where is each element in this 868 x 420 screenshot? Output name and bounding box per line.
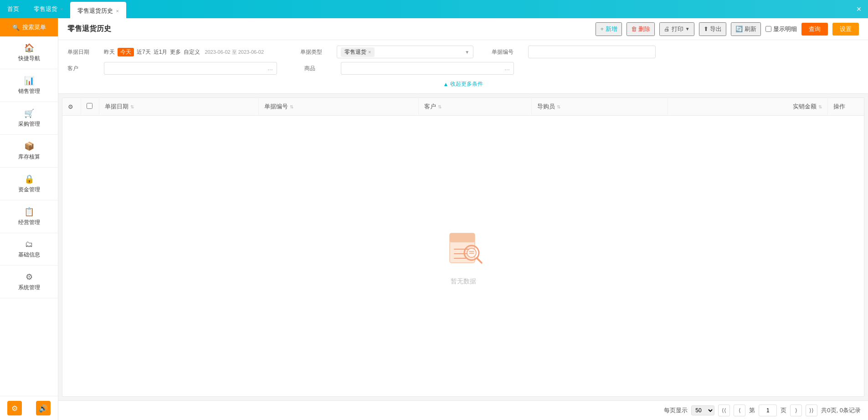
th-doc-number: 单据编号 ⇅ xyxy=(259,98,419,116)
empty-text: 暂无数据 xyxy=(451,277,476,286)
collapse-button[interactable]: ▲ 收起更多条件 xyxy=(438,78,489,90)
date-opt-custom[interactable]: 自定义 xyxy=(184,48,200,56)
date-opt-today[interactable]: 今天 xyxy=(118,48,134,56)
print-dropdown-icon[interactable]: ▼ xyxy=(685,26,690,31)
filter-area: 单据日期 昨天 今天 近7天 近1月 更多 自定义 2023-06-02 至 2… xyxy=(58,40,868,94)
show-detail-label: 显示明细 xyxy=(773,25,797,33)
sidebar-item-quick-nav[interactable]: 🏠 快捷导航 xyxy=(0,36,58,69)
page-last-button[interactable]: ⟩⟩ xyxy=(806,405,817,416)
sidebar-item-sales-mgmt[interactable]: 📊 销售管理 xyxy=(0,69,58,102)
svg-point-6 xyxy=(467,248,476,257)
sort-icon-doc-date: ⇅ xyxy=(130,104,134,109)
empty-state: 暂无数据 xyxy=(62,116,864,396)
tab-home[interactable]: 首页 xyxy=(0,0,26,18)
data-table: ⚙ 单据日期 ⇅ 单据编号 xyxy=(62,98,864,116)
sidebar-search[interactable]: 🔍 搜索菜单 xyxy=(0,18,58,36)
th-amount-sort[interactable]: 实销金额 ⇅ xyxy=(673,102,822,111)
th-doc-date-sort[interactable]: 单据日期 ⇅ xyxy=(105,102,253,111)
page-number-input[interactable] xyxy=(759,405,777,416)
doc-number-input-wrap xyxy=(528,46,656,58)
date-opt-more[interactable]: 更多 xyxy=(170,48,181,56)
show-detail-wrap: 显示明细 xyxy=(765,25,797,33)
sidebar-item-operation-mgmt[interactable]: 📋 经营管理 xyxy=(0,200,58,233)
sidebar-settings-button[interactable]: ⚙ xyxy=(7,401,22,415)
table-select-all-checkbox[interactable] xyxy=(87,103,92,109)
page-size-select[interactable]: 10 20 50 100 xyxy=(691,405,714,415)
th-guide-sort[interactable]: 导购员 ⇅ xyxy=(537,102,662,111)
svg-rect-1 xyxy=(450,233,475,242)
refresh-button-label: 🔄 刷新 xyxy=(735,25,756,33)
sidebar-item-system-mgmt[interactable]: ⚙ 系统管理 xyxy=(0,266,58,298)
delete-button[interactable]: 🗑 删除 xyxy=(627,22,655,36)
goods-filter-label: 商品 xyxy=(304,65,332,72)
doc-type-select[interactable]: 零售退货 × ▼ xyxy=(337,46,473,58)
date-opt-yesterday[interactable]: 昨天 xyxy=(104,48,115,56)
new-button[interactable]: + 新增 xyxy=(596,22,621,36)
table-head: ⚙ 单据日期 ⇅ 单据编号 xyxy=(62,98,864,116)
goods-input[interactable] xyxy=(345,65,504,72)
th-checkbox xyxy=(81,98,99,116)
content-area: 零售退货历史 + 新增 🗑 删除 🖨 打印 ▼ ⬆ 导出 🔄 刷新 xyxy=(58,18,868,420)
sidebar-item-finance-mgmt[interactable]: 🔒 资金管理 xyxy=(0,168,58,200)
sort-icon-doc-number: ⇅ xyxy=(290,104,293,109)
show-detail-checkbox[interactable] xyxy=(765,26,771,32)
customer-filter-label: 客户 xyxy=(67,65,95,72)
filter-row-2: 客户 … 商品 … xyxy=(67,62,859,75)
page-title: 零售退货历史 xyxy=(67,24,111,34)
svg-line-7 xyxy=(477,258,482,263)
pagination-bar: 每页显示 10 20 50 100 ⟨⟨ ⟨ 第 页 ⟩ ⟩⟩ 共0页, 0条记… xyxy=(58,400,868,420)
table-wrap: ⚙ 单据日期 ⇅ 单据编号 xyxy=(62,97,864,397)
empty-svg xyxy=(441,226,486,272)
sidebar-item-basic-info[interactable]: 🗂 基础信息 xyxy=(0,233,58,266)
sidebar-item-basic-info-label: 基础信息 xyxy=(18,251,40,259)
tab-retail-return-label: 零售退货 xyxy=(34,5,57,13)
sidebar-item-finance-mgmt-label: 资金管理 xyxy=(18,186,40,194)
query-button[interactable]: 查询 xyxy=(801,23,828,36)
search-icon: 🔍 xyxy=(12,24,20,31)
date-options: 昨天 今天 近7天 近1月 更多 自定义 2023-06-02 至 2023-0… xyxy=(104,48,264,56)
page-header: 零售退货历史 + 新增 🗑 删除 🖨 打印 ▼ ⬆ 导出 🔄 刷新 xyxy=(58,18,868,40)
sidebar-item-purchase-mgmt[interactable]: 🛒 采购管理 xyxy=(0,102,58,135)
total-info: 共0页, 0条记录 xyxy=(821,406,861,415)
sidebar-item-operation-mgmt-label: 经营管理 xyxy=(18,219,40,226)
main-layout: 🔍 搜索菜单 🏠 快捷导航 📊 销售管理 🛒 采购管理 📦 库存核算 🔒 xyxy=(0,18,868,420)
tab-retail-return-history[interactable]: 零售退货历史 × xyxy=(70,2,126,20)
customer-input-wrap: … xyxy=(104,62,277,75)
customer-input[interactable] xyxy=(108,65,267,72)
goods-ellipsis-icon[interactable]: … xyxy=(504,65,510,72)
system-icon: ⚙ xyxy=(26,272,33,282)
tab-retail-return-close[interactable]: × xyxy=(60,6,63,12)
doc-type-tag-close[interactable]: × xyxy=(368,49,371,55)
tab-retail-return-history-label: 零售退货历史 xyxy=(77,7,113,15)
sidebar-item-inventory[interactable]: 📦 库存核算 xyxy=(0,135,58,168)
page-size-label: 每页显示 xyxy=(664,406,688,415)
tab-retail-return[interactable]: 零售退货 × xyxy=(26,0,70,18)
th-doc-date-label: 单据日期 xyxy=(105,102,128,111)
page-next-button[interactable]: ⟩ xyxy=(790,405,802,416)
settings-button[interactable]: 设置 xyxy=(832,23,859,36)
date-opt-last7[interactable]: 近7天 xyxy=(137,48,151,56)
page-first-button[interactable]: ⟨⟨ xyxy=(718,405,730,416)
new-button-label: + 新增 xyxy=(600,25,617,33)
window-close-button[interactable]: × xyxy=(850,0,868,18)
empty-illustration xyxy=(441,226,486,272)
page-prev-button[interactable]: ⟨ xyxy=(734,405,745,416)
sidebar-nav: 🏠 快捷导航 📊 销售管理 🛒 采购管理 📦 库存核算 🔒 资金管理 📋 xyxy=(0,36,58,396)
th-customer-sort[interactable]: 客户 ⇅ xyxy=(424,102,526,111)
sidebar-audio-button[interactable]: 🔊 xyxy=(36,401,51,415)
table-settings-icon[interactable]: ⚙ xyxy=(68,103,73,110)
date-opt-last1m[interactable]: 近1月 xyxy=(154,48,168,56)
date-filter-label: 单据日期 xyxy=(67,48,95,56)
tab-retail-return-history-close[interactable]: × xyxy=(116,8,118,14)
sidebar-item-system-mgmt-label: 系统管理 xyxy=(18,284,40,292)
sidebar-item-purchase-mgmt-label: 采购管理 xyxy=(18,120,40,128)
customer-ellipsis-icon[interactable]: … xyxy=(267,65,273,72)
print-button[interactable]: 🖨 打印 ▼ xyxy=(659,22,694,36)
refresh-button[interactable]: 🔄 刷新 xyxy=(731,22,761,36)
top-bar: 首页 零售退货 × 零售退货历史 × × xyxy=(0,0,868,18)
doc-number-input[interactable] xyxy=(532,49,652,55)
th-customer: 客户 ⇅ xyxy=(418,98,531,116)
export-button[interactable]: ⬆ 导出 xyxy=(699,22,727,36)
th-doc-number-sort[interactable]: 单据编号 ⇅ xyxy=(264,102,413,111)
tab-list: 首页 零售退货 × 零售退货历史 × xyxy=(0,0,850,18)
